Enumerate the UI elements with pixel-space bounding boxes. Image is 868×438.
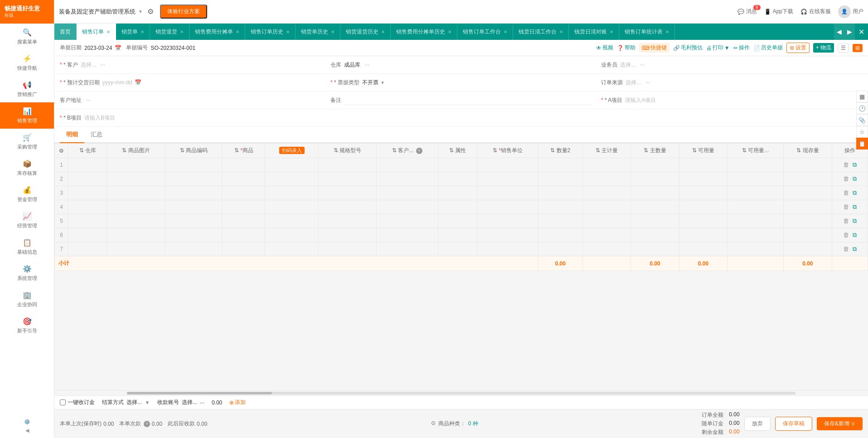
cell-5-13[interactable] <box>727 214 784 228</box>
tab-close-6[interactable]: ✕ <box>331 29 335 34</box>
cell-7-14[interactable] <box>784 242 832 256</box>
cell-2-7[interactable] <box>438 172 477 186</box>
tab-close-4[interactable]: ✕ <box>236 29 239 34</box>
cell-1-12[interactable] <box>679 158 727 172</box>
cell-4-9[interactable] <box>538 200 582 214</box>
cell-6-0[interactable] <box>68 228 107 242</box>
cell-3-4[interactable] <box>265 186 319 200</box>
delete-icon-1[interactable]: 🗑 <box>843 161 849 168</box>
col-scan[interactable]: 扫码录入 <box>265 144 319 158</box>
sidebar-item-enterprise[interactable]: 🏢企业协同 <box>0 286 54 313</box>
goods-count-icon[interactable]: ⊙ <box>431 420 436 428</box>
sidebar-collapse[interactable]: ◀ <box>25 428 29 433</box>
tab-销售订单统计表[interactable]: 销售订单统计表✕ <box>619 24 675 40</box>
cell-3-6[interactable] <box>376 186 438 200</box>
cell-5-6[interactable] <box>376 214 438 228</box>
cell-6-12[interactable] <box>679 228 727 242</box>
sidebar-item-base[interactable]: 📋基础信息 <box>0 234 54 260</box>
floating-star-icon[interactable]: ☆ <box>856 126 868 138</box>
view-btn[interactable]: 👁 视频 <box>596 44 613 52</box>
cell-4-5[interactable] <box>319 200 376 214</box>
col-product-code[interactable]: ⇅ 商品编码 <box>165 144 223 158</box>
payment-method-arrow-icon[interactable]: ▼ <box>145 399 150 406</box>
cell-1-5[interactable] <box>319 158 376 172</box>
scrollbar-thumb[interactable] <box>127 392 272 395</box>
cell-6-10[interactable] <box>582 228 631 242</box>
col-stock[interactable]: ⇅ 现存量 <box>784 144 832 158</box>
floating-active-icon[interactable]: 📋 <box>856 138 868 149</box>
tab-钱货日清对账[interactable]: 钱货日清对账✕ <box>569 24 619 40</box>
tab-detail[interactable]: 明细 <box>60 127 84 143</box>
cell-3-5[interactable] <box>319 186 376 200</box>
cell-7-7[interactable] <box>438 242 477 256</box>
tab-next-btn[interactable]: ▶ <box>844 24 855 40</box>
col-attributes[interactable]: ⇅ 属性 <box>438 144 477 158</box>
tab-close-12[interactable]: ✕ <box>665 29 669 34</box>
cell-7-0[interactable] <box>68 242 107 256</box>
save-draft-button[interactable]: 保存草稿 <box>775 417 812 431</box>
floating-attach-icon[interactable]: 📎 <box>856 114 868 126</box>
b-project-input[interactable]: 请输入B项目 <box>84 114 115 122</box>
cell-3-9[interactable] <box>538 186 582 200</box>
cell-5-9[interactable] <box>538 214 582 228</box>
cell-7-11[interactable] <box>631 242 679 256</box>
tab-销售费用分摊单历史[interactable]: 销售费用分摊单历史✕ <box>391 24 457 40</box>
tab-钱货日清工作台[interactable]: 钱货日清工作台✕ <box>513 24 569 40</box>
floating-table-icon[interactable]: ▦ <box>856 91 868 102</box>
sidebar-item-marketing[interactable]: 📢营销推广 <box>0 76 54 102</box>
copy-icon-7[interactable]: ⧉ <box>853 245 857 252</box>
cell-1-9[interactable] <box>538 158 582 172</box>
cell-5-1[interactable] <box>107 214 165 228</box>
delete-icon-5[interactable]: 🗑 <box>843 217 849 224</box>
cell-3-0[interactable] <box>68 186 107 200</box>
sidebar-item-system[interactable]: ⚙️系统管理 <box>0 260 54 286</box>
address-expand-icon[interactable]: ··· <box>86 97 91 103</box>
add-payment-btn[interactable]: ⊕ 添加 <box>229 399 246 406</box>
settings-quick-btn[interactable]: ⚙ 设置 <box>786 43 810 53</box>
cell-6-6[interactable] <box>376 228 438 242</box>
cell-3-7[interactable] <box>438 186 477 200</box>
cell-3-3[interactable] <box>223 186 265 200</box>
account-expand-icon[interactable]: ··· <box>200 399 204 406</box>
cell-5-11[interactable] <box>631 214 679 228</box>
customer-expand-icon[interactable]: ··· <box>101 62 105 68</box>
col-spec[interactable]: ⇅ 规格型号 <box>319 144 376 158</box>
delete-icon-2[interactable]: 🗑 <box>843 175 849 182</box>
sidebar-item-inventory[interactable]: 📦库存核算 <box>0 155 54 181</box>
list-view-btn[interactable]: ☰ <box>838 43 849 53</box>
cell-2-6[interactable] <box>376 172 438 186</box>
cell-7-9[interactable] <box>538 242 582 256</box>
cell-2-13[interactable] <box>727 172 784 186</box>
cell-2-9[interactable] <box>538 172 582 186</box>
cell-6-11[interactable] <box>631 228 679 242</box>
cell-2-11[interactable] <box>631 172 679 186</box>
cell-1-13[interactable] <box>727 158 784 172</box>
cell-6-8[interactable] <box>477 228 538 242</box>
cell-7-2[interactable] <box>165 242 223 256</box>
delivery-input[interactable]: yyyy-mm-dd <box>102 79 132 86</box>
cell-6-4[interactable] <box>265 228 319 242</box>
scrollbar-track[interactable] <box>127 392 795 395</box>
cell-1-0[interactable] <box>68 158 107 172</box>
cell-7-1[interactable] <box>107 242 165 256</box>
solution-button[interactable]: 体验行业方案 <box>160 5 207 19</box>
cell-5-14[interactable] <box>784 214 832 228</box>
tab-销售订单[interactable]: 销售订单✕ <box>77 24 116 40</box>
cell-7-13[interactable] <box>727 242 784 256</box>
cell-2-2[interactable] <box>165 172 223 186</box>
invoice-select[interactable]: 不开票 ▼ <box>362 79 385 87</box>
col-sales-unit[interactable]: ⇅ *销售单位 <box>477 144 538 158</box>
cell-4-11[interactable] <box>631 200 679 214</box>
cell-1-4[interactable] <box>265 158 319 172</box>
app-download-item[interactable]: 📱 App下载 <box>764 8 793 15</box>
sidebar-item-operations[interactable]: 📈经营管理 <box>0 207 54 234</box>
cell-3-12[interactable] <box>679 186 727 200</box>
cell-2-5[interactable] <box>319 172 376 186</box>
tab-close-8[interactable]: ✕ <box>448 29 451 34</box>
cell-1-14[interactable] <box>784 158 832 172</box>
cell-7-4[interactable] <box>265 242 319 256</box>
cell-6-9[interactable] <box>538 228 582 242</box>
cell-2-8[interactable] <box>477 172 538 186</box>
cell-5-2[interactable] <box>165 214 223 228</box>
tab-close-3[interactable]: ✕ <box>180 29 184 34</box>
